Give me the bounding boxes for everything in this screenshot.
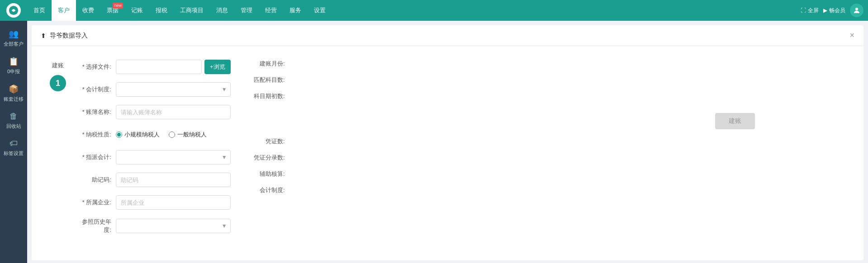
member-btn[interactable]: ▶ 畅会员 [823, 7, 845, 14]
zero-declaration-icon: 📋 [9, 56, 19, 66]
accounting-system-label: * 会计制度: [75, 85, 116, 94]
memo-input[interactable] [116, 173, 231, 187]
accounting-system-row: * 会计制度: 小企业会计准则 企业会计准则 行政事业单位 ▼ [75, 82, 231, 97]
accounting-month-label: 建账月份: [249, 60, 289, 68]
tax-type-row: * 纳税性质: 小规模纳税人 一般纳税人 [75, 127, 231, 142]
assigned-accountant-select-wrap: ▼ [116, 150, 231, 164]
browse-button[interactable]: +浏览 [204, 60, 231, 74]
panel-body: 建账 1 * 选择文件: +浏览 [32, 46, 863, 256]
accounting-system-select[interactable]: 小企业会计准则 企业会计准则 行政事业单位 [116, 82, 231, 97]
submit-area: 建账 [249, 108, 845, 129]
initial-balance-row: 科目期初数: [249, 92, 845, 100]
right-accounting-system-row: 会计制度: [249, 186, 845, 194]
new-badge: new [113, 3, 123, 9]
reference-year-select[interactable] [116, 219, 231, 233]
main-layout: 👥 全部客户 📋 0申报 📦 账套迁移 🗑 回收站 🏷 标签设置 ⬆ 导爷 [0, 21, 868, 263]
form-fields: * 选择文件: +浏览 * 会计制度: [75, 60, 231, 242]
sidebar: 👥 全部客户 📋 0申报 📦 账套迁移 🗑 回收站 🏷 标签设置 [0, 21, 27, 263]
create-account-button[interactable]: 建账 [715, 113, 755, 129]
nav-home[interactable]: 首页 [27, 0, 52, 21]
account-migration-icon: 📦 [9, 84, 19, 94]
ledger-name-input[interactable] [116, 105, 231, 119]
tax-type-label: * 纳税性质: [75, 131, 116, 139]
svg-point-1 [12, 9, 15, 12]
auxiliary-accounting-label: 辅助核算: [249, 170, 289, 178]
sidebar-item-account-migration[interactable]: 📦 账套迁移 [1, 80, 26, 106]
step-section-label: 建账 [52, 61, 64, 70]
content-area: ⬆ 导爷数据导入 × 建账 1 [27, 21, 868, 263]
recycle-bin-icon: 🗑 [9, 112, 18, 121]
reference-year-row: 参照历史年度: ▼ [75, 218, 231, 234]
top-navigation: 首页 客户 收费 票据 new 记账 报税 工商项目 消息 管理 经营 服务 设… [0, 0, 868, 21]
nav-right: ⛶ 全屏 ▶ 畅会员 [801, 4, 863, 17]
match-subjects-label: 匹配科目数: [249, 76, 289, 84]
nav-messages[interactable]: 消息 [210, 0, 234, 21]
nav-bookkeeping[interactable]: 记账 [125, 0, 149, 21]
logo-icon [6, 3, 21, 18]
general-taxpayer-option[interactable]: 一般纳税人 [169, 131, 207, 139]
close-button[interactable]: × [849, 31, 854, 40]
sidebar-item-zero-declaration[interactable]: 📋 0申报 [1, 53, 26, 79]
import-panel: ⬆ 导爷数据导入 × 建账 1 [32, 25, 863, 260]
nav-invoices[interactable]: 票据 new [100, 0, 125, 21]
assigned-accountant-select[interactable] [116, 150, 231, 164]
form-layout: 建账 1 * 选择文件: +浏览 [50, 60, 845, 242]
voucher-records-label: 凭证分录数: [249, 154, 289, 162]
nav-settings[interactable]: 设置 [308, 0, 332, 21]
svg-point-2 [855, 8, 858, 10]
assigned-accountant-label: * 指派会计: [75, 153, 116, 161]
file-input-field[interactable] [116, 60, 202, 74]
fullscreen-btn[interactable]: ⛶ 全屏 [801, 7, 819, 14]
voucher-records-row: 凭证分录数: [249, 154, 845, 162]
nav-operations[interactable]: 经营 [259, 0, 283, 21]
accounting-month-row: 建账月份: [249, 60, 845, 68]
voucher-count-row: 凭证数: [249, 137, 845, 146]
avatar[interactable] [850, 4, 863, 17]
small-taxpayer-radio[interactable] [116, 132, 122, 138]
nav-fees[interactable]: 收费 [76, 0, 100, 21]
step-indicator: 建账 1 [50, 60, 66, 242]
small-taxpayer-option[interactable]: 小规模纳税人 [116, 131, 160, 139]
ledger-name-row: * 账簿名称: [75, 105, 231, 119]
sidebar-item-tag-settings[interactable]: 🏷 标签设置 [1, 135, 26, 160]
company-label: * 所属企业: [75, 198, 116, 207]
sidebar-item-recycle-bin[interactable]: 🗑 回收站 [1, 108, 26, 133]
voucher-count-label: 凭证数: [249, 137, 289, 146]
company-row: * 所属企业: [75, 195, 231, 210]
right-accounting-system-label: 会计制度: [249, 186, 289, 194]
step-badge: 1 [50, 75, 66, 91]
auxiliary-accounting-row: 辅助核算: [249, 170, 845, 178]
right-section: 建账月份: 匹配科目数: 科目期初数: [231, 60, 845, 242]
tax-type-radio-group: 小规模纳税人 一般纳税人 [116, 127, 231, 142]
nav-items: 首页 客户 收费 票据 new 记账 报税 工商项目 消息 管理 经营 服务 设… [27, 0, 801, 21]
reference-year-select-wrap: ▼ [116, 219, 231, 233]
logo [5, 1, 23, 19]
all-customers-icon: 👥 [9, 29, 19, 39]
match-subjects-row: 匹配科目数: [249, 76, 845, 84]
nav-business-projects[interactable]: 工商项目 [174, 0, 210, 21]
fullscreen-icon: ⛶ [801, 7, 806, 14]
sidebar-item-all-customers[interactable]: 👥 全部客户 [1, 25, 26, 51]
company-input[interactable] [116, 195, 231, 210]
assigned-accountant-row: * 指派会计: ▼ [75, 150, 231, 164]
select-file-label: * 选择文件: [75, 63, 116, 71]
reference-year-label: 参照历史年度: [75, 218, 116, 234]
panel-title: ⬆ 导爷数据导入 [41, 32, 88, 40]
nav-tax[interactable]: 报税 [149, 0, 174, 21]
select-file-row: * 选择文件: +浏览 [75, 60, 231, 74]
panel-header: ⬆ 导爷数据导入 × [32, 25, 863, 46]
file-input-wrap: +浏览 [116, 60, 231, 74]
ledger-name-label: * 账簿名称: [75, 108, 116, 116]
memo-row: 助记码: [75, 173, 231, 187]
tag-settings-icon: 🏷 [9, 139, 18, 148]
memo-label: 助记码: [75, 176, 116, 184]
accounting-system-select-wrap: 小企业会计准则 企业会计准则 行政事业单位 ▼ [116, 82, 231, 97]
initial-balance-label: 科目期初数: [249, 92, 289, 100]
member-icon: ▶ [823, 7, 827, 14]
nav-management[interactable]: 管理 [234, 0, 259, 21]
nav-customers[interactable]: 客户 [52, 0, 76, 21]
left-section: 建账 1 * 选择文件: +浏览 [50, 60, 231, 242]
general-taxpayer-radio[interactable] [169, 132, 175, 138]
nav-services[interactable]: 服务 [283, 0, 308, 21]
upload-icon: ⬆ [41, 32, 46, 39]
